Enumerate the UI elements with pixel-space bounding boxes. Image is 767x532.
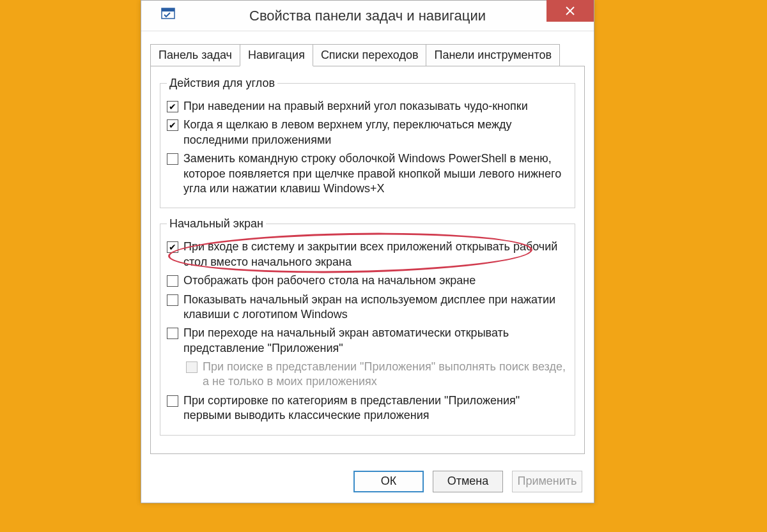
- titlebar: Свойства панели задач и навигации: [141, 1, 594, 31]
- cancel-button[interactable]: Отмена: [433, 471, 503, 492]
- checkbox-row: При поиске в представлении "Приложения" …: [186, 360, 568, 390]
- checkbox-open-apps-view[interactable]: [167, 328, 178, 339]
- checkbox-label: При переходе на начальный экран автомати…: [183, 326, 568, 356]
- checkbox-label: При входе в систему и закрытии всех прил…: [183, 239, 568, 270]
- checkbox-label: Когда я щелкаю в левом верхнем углу, пер…: [183, 118, 568, 148]
- app-icon: [160, 6, 176, 21]
- checkbox-desktop-apps-first[interactable]: [167, 395, 178, 407]
- group-start-screen: Начальный экран При входе в систему и за…: [160, 217, 575, 435]
- window-title: Свойства панели задач и навигации: [141, 8, 594, 24]
- checkbox-row: Показывать начальный экран на используем…: [167, 293, 568, 323]
- tab-strip: Панель задач Навигация Списки переходов …: [141, 31, 594, 66]
- checkbox-label: Показывать начальный экран на используем…: [183, 293, 568, 323]
- desktop-corner-mark: [758, 36, 764, 42]
- checkbox-row: При входе в систему и закрытии всех прил…: [167, 239, 568, 270]
- svg-rect-1: [162, 8, 174, 11]
- group-corner-legend: Действия для углов: [167, 77, 277, 90]
- group-corner-actions: Действия для углов При наведении на прав…: [160, 77, 575, 208]
- close-icon: [566, 6, 575, 15]
- checkbox-label: При сортировке по категориям в представл…: [183, 393, 568, 423]
- checkbox-row: Когда я щелкаю в левом верхнем углу, пер…: [167, 118, 568, 148]
- tab-jumplists[interactable]: Списки переходов: [313, 44, 427, 66]
- checkbox-row: Заменить командную строку оболочкой Wind…: [167, 151, 568, 196]
- checkbox-label: Заменить командную строку оболочкой Wind…: [183, 151, 568, 196]
- checkbox-start-on-current-display[interactable]: [167, 294, 178, 306]
- tab-toolbars[interactable]: Панели инструментов: [426, 44, 560, 66]
- tab-navigation[interactable]: Навигация: [240, 44, 313, 66]
- ok-button[interactable]: ОК: [353, 471, 424, 492]
- tab-taskbar[interactable]: Панель задач: [150, 44, 240, 66]
- checkbox-show-charms[interactable]: [167, 101, 178, 112]
- close-button[interactable]: [546, 0, 594, 22]
- apply-button: Применить: [512, 471, 582, 492]
- checkbox-label: При поиске в представлении "Приложения" …: [203, 360, 568, 390]
- checkbox-goto-desktop-on-signin[interactable]: [167, 241, 178, 253]
- checkbox-replace-cmd-powershell[interactable]: [167, 153, 178, 165]
- checkbox-row: Отображать фон рабочего стола на начальн…: [167, 273, 568, 288]
- properties-dialog: Свойства панели задач и навигации Панель…: [141, 0, 594, 503]
- dialog-buttons: ОК Отмена Применить: [141, 463, 594, 503]
- checkbox-row: При наведении на правый верхний угол пок…: [167, 99, 568, 114]
- checkbox-label: Отображать фон рабочего стола на начальн…: [183, 273, 476, 288]
- checkbox-row: При переходе на начальный экран автомати…: [167, 326, 568, 356]
- group-start-legend: Начальный экран: [167, 217, 266, 231]
- tab-content: Действия для углов При наведении на прав…: [150, 66, 585, 454]
- checkbox-search-everywhere: [186, 361, 198, 373]
- checkbox-switch-apps[interactable]: [167, 119, 178, 131]
- checkbox-desktop-bg-on-start[interactable]: [167, 275, 178, 287]
- checkbox-label: При наведении на правый верхний угол пок…: [183, 99, 528, 114]
- checkbox-row: При сортировке по категориям в представл…: [167, 393, 568, 423]
